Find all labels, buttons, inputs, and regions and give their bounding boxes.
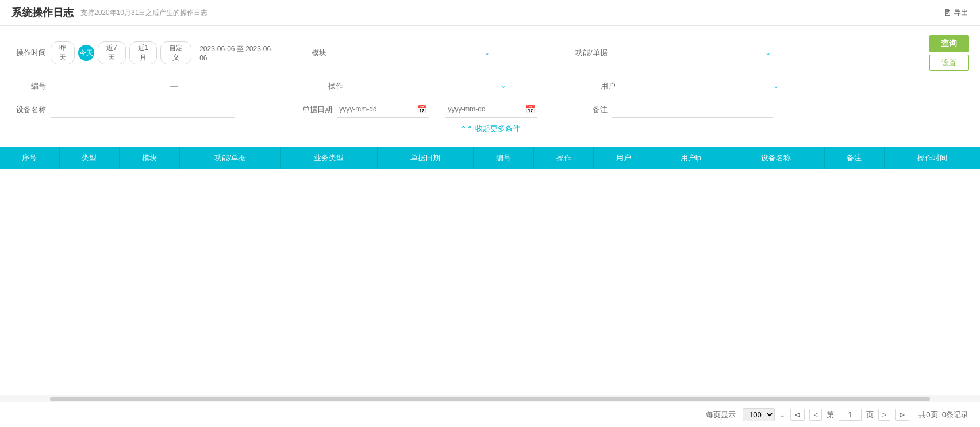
code-input-to[interactable] [185,79,295,93]
remark-label: 备注 [573,105,608,115]
module-dropdown-icon: ⌄ [484,49,490,57]
device-input-wrap [51,101,235,118]
pagination-footer: 每页显示 100 50 200 ⌄ ⊲ < 第 页 > ⊳ 共0页, 0条记录 [0,402,980,427]
module-label: 模块 [292,48,326,58]
filter-area: 操作时间 昨天 今天 近7天 近1月 自定义 2023-06-06 至 2023… [0,26,980,147]
function-dropdown-icon: ⌄ [765,49,771,57]
per-page-label: 每页显示 [706,410,736,420]
device-input[interactable] [53,102,232,116]
function-select-wrap: ⌄ [612,45,773,61]
operation-select[interactable] [350,79,501,93]
function-filter-group: 功能/单据 ⌄ [573,45,842,61]
horizontal-scrollbar[interactable] [0,395,980,402]
remark-input[interactable] [614,102,771,116]
doc-date-label: 单据日期 [292,105,332,115]
time-label: 操作时间 [11,48,46,58]
query-button[interactable]: 查询 [929,35,969,52]
per-page-select[interactable]: 100 50 200 [743,408,775,421]
remark-input-wrap [612,101,773,118]
user-filter-group: 用户 ⌄ [581,78,842,94]
code-dash: — [170,82,178,90]
code-input-from[interactable] [53,79,163,93]
next-page-button[interactable]: > [878,409,891,421]
user-label: 用户 [581,81,616,91]
collapse-row: ⌃⌃ 收起更多条件 [11,120,969,137]
col-type: 类型 [59,147,119,169]
col-doc-date: 单据日期 [377,147,474,169]
time-btn-1month[interactable]: 近1月 [129,41,157,64]
module-select-wrap: ⌄ [331,45,492,61]
module-filter-group: 模块 ⌄ [292,45,561,61]
function-select[interactable] [614,46,765,60]
table-area: 序号 类型 模块 功能/单据 业务类型 单据日期 编号 操作 用户 用户ip 设… [0,147,980,395]
col-device: 设备名称 [728,147,824,169]
per-page-arrow: ⌄ [779,410,786,419]
page-number-input[interactable] [839,409,862,421]
settings-button[interactable]: 设置 [929,55,969,71]
col-operation: 操作 [533,147,593,169]
action-buttons: 查询 设置 [854,35,969,71]
export-button[interactable]: 🖹 导出 [943,7,969,18]
data-table: 序号 类型 模块 功能/单据 业务类型 单据日期 编号 操作 用户 用户ip 设… [0,147,980,169]
doc-date-filter-group: 单据日期 📅 — 📅 [292,101,561,118]
code-label: 编号 [11,81,46,91]
export-icon: 🖹 [943,8,951,17]
page-title: 系统操作日志 [11,6,74,20]
device-label: 设备名称 [11,105,46,115]
col-remark: 备注 [824,147,884,169]
col-user: 用户 [594,147,654,169]
time-filters: 昨天 今天 近7天 近1月 自定义 2023-06-06 至 2023-06-0… [51,41,280,64]
function-label: 功能/单据 [573,48,608,58]
last-page-button[interactable]: ⊳ [895,409,909,421]
page-label: 第 [827,410,834,420]
prev-page-button[interactable]: < [809,409,822,421]
doc-date-dash: — [433,105,441,114]
doc-date-to-wrap: 📅 [445,101,537,118]
col-op-time: 操作时间 [884,147,980,169]
operation-filter-group: 操作 ⌄ [309,78,570,94]
remark-filter-group: 备注 [573,101,842,118]
device-filter-group: 设备名称 [11,101,280,118]
doc-date-from[interactable] [339,102,417,116]
first-page-button[interactable]: ⊲ [790,409,805,421]
time-btn-custom[interactable]: 自定义 [160,41,191,64]
operation-label: 操作 [309,81,343,91]
col-code: 编号 [474,147,533,169]
user-select[interactable] [622,79,773,93]
doc-date-to[interactable] [448,102,525,116]
col-user-ip: 用户ip [654,147,728,169]
code-input-from-wrap [51,78,166,94]
time-filter-group: 操作时间 昨天 今天 近7天 近1月 自定义 2023-06-06 至 2023… [11,41,280,64]
table-header-row: 序号 类型 模块 功能/单据 业务类型 单据日期 编号 操作 用户 用户ip 设… [0,147,980,169]
user-select-wrap: ⌄ [620,78,781,94]
calendar-to-icon[interactable]: 📅 [525,105,535,114]
page-suffix: 页 [866,410,874,420]
doc-date-from-wrap: 📅 [337,101,429,118]
code-filter-group: 编号 — [11,78,297,94]
col-module: 模块 [120,147,179,169]
time-btn-today[interactable]: 今天 [78,45,94,61]
scrollbar-thumb[interactable] [50,397,930,401]
total-info: 共0页, 0条记录 [918,410,969,420]
operation-select-wrap: ⌄ [348,78,509,94]
col-function: 功能/单据 [179,147,280,169]
time-range: 2023-06-06 至 2023-06-06 [199,44,280,62]
collapse-up-icon: ⌃⌃ [460,125,473,133]
calendar-from-icon[interactable]: 📅 [417,105,426,114]
operation-dropdown-icon: ⌄ [501,82,506,90]
page-header: 系统操作日志 支持2020年10月31日之后产生的操作日志 🖹 导出 [0,0,980,26]
time-btn-yesterday[interactable]: 昨天 [51,41,75,64]
col-index: 序号 [0,147,59,169]
module-select[interactable] [333,46,484,60]
collapse-button[interactable]: ⌃⌃ 收起更多条件 [460,124,520,134]
time-btn-7days[interactable]: 近7天 [98,41,126,64]
code-input-to-wrap [182,78,297,94]
user-dropdown-icon: ⌄ [773,82,779,90]
page-subtitle: 支持2020年10月31日之后产生的操作日志 [80,8,207,18]
col-biz-type: 业务类型 [281,147,378,169]
